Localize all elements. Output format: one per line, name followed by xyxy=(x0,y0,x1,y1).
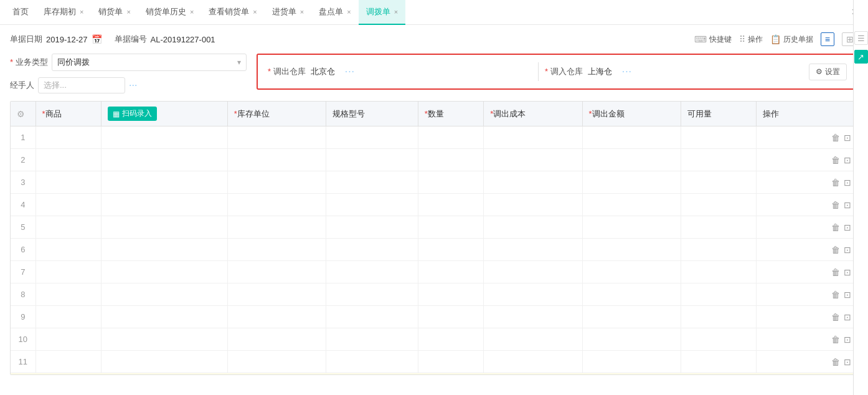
row-amount-3[interactable] xyxy=(582,171,681,194)
copy-row-5-icon[interactable]: ⊡ xyxy=(844,222,851,232)
close-tab-view-sales[interactable]: × xyxy=(253,8,257,16)
row-unit-11[interactable] xyxy=(227,351,326,373)
row-amount-6[interactable] xyxy=(582,239,681,261)
row-cost-1[interactable] xyxy=(484,126,582,149)
row-amount-7[interactable] xyxy=(582,261,681,283)
operation-button[interactable]: ⠿ 操作 xyxy=(739,34,763,45)
delete-row-1-icon[interactable]: 🗑 xyxy=(831,133,840,143)
row-unit-10[interactable] xyxy=(227,328,326,351)
row-unit-6[interactable] xyxy=(227,239,326,261)
row-goods-11[interactable] xyxy=(35,351,101,373)
row-cost-9[interactable] xyxy=(484,306,582,328)
delete-row-6-icon[interactable]: 🗑 xyxy=(831,245,840,255)
copy-row-4-icon[interactable]: ⊡ xyxy=(844,200,851,210)
row-unit-4[interactable] xyxy=(227,194,326,216)
side-export-button[interactable]: ↗ xyxy=(854,50,868,64)
row-spec-10[interactable] xyxy=(326,328,418,351)
row-unit-9[interactable] xyxy=(227,306,326,328)
row-amount-8[interactable] xyxy=(582,283,681,306)
delete-row-7-icon[interactable]: 🗑 xyxy=(831,267,840,277)
row-goods-4[interactable] xyxy=(35,194,101,216)
row-qty-6[interactable] xyxy=(418,239,484,261)
tab-inventory-check[interactable]: 盘点单 × xyxy=(311,0,358,25)
row-spec-6[interactable] xyxy=(326,239,418,261)
row-cost-10[interactable] xyxy=(484,328,582,351)
row-qty-4[interactable] xyxy=(418,194,484,216)
delete-row-5-icon[interactable]: 🗑 xyxy=(831,222,840,232)
close-tab-purchase[interactable]: × xyxy=(300,8,304,16)
row-spec-4[interactable] xyxy=(326,194,418,216)
business-type-input[interactable]: 同价调拨 ▾ xyxy=(52,54,247,71)
row-spec-7[interactable] xyxy=(326,261,418,283)
row-unit-8[interactable] xyxy=(227,283,326,306)
tab-home[interactable]: 首页 xyxy=(5,0,36,25)
close-tab-sales-order[interactable]: × xyxy=(126,8,130,16)
th-scan[interactable]: ▦ 扫码录入 xyxy=(101,102,228,126)
delete-row-8-icon[interactable]: 🗑 xyxy=(831,290,840,300)
row-qty-10[interactable] xyxy=(418,328,484,351)
close-tab-transfer[interactable]: × xyxy=(394,8,398,16)
row-goods-10[interactable] xyxy=(35,328,101,351)
delete-row-11-icon[interactable]: 🗑 xyxy=(831,357,840,367)
row-unit-2[interactable] xyxy=(227,149,326,171)
tab-purchase-order[interactable]: 进货单 × xyxy=(265,0,311,25)
tab-transfer-order[interactable]: 调拨单 × xyxy=(359,0,405,25)
delete-row-2-icon[interactable]: 🗑 xyxy=(831,155,840,165)
history-button[interactable]: 📋 历史单据 xyxy=(770,34,813,45)
row-spec-1[interactable] xyxy=(326,126,418,149)
row-cost-6[interactable] xyxy=(484,239,582,261)
tab-view-sales[interactable]: 查看销货单 × xyxy=(201,0,264,25)
row-spec-11[interactable] xyxy=(326,351,418,373)
row-goods-8[interactable] xyxy=(35,283,101,306)
scan-button[interactable]: ▦ 扫码录入 xyxy=(108,107,157,121)
row-cost-4[interactable] xyxy=(484,194,582,216)
column-settings-icon[interactable]: ⚙ xyxy=(17,109,25,119)
row-spec-8[interactable] xyxy=(326,283,418,306)
settings-button[interactable]: ⚙ 设置 xyxy=(809,64,847,80)
tab-sales-order[interactable]: 销货单 × xyxy=(91,0,138,25)
layout1-button[interactable]: ≡ xyxy=(821,32,834,46)
row-amount-1[interactable] xyxy=(582,126,681,149)
row-goods-5[interactable] xyxy=(35,216,101,239)
row-unit-3[interactable] xyxy=(227,171,326,194)
in-warehouse-value[interactable]: 上海仓 xyxy=(588,66,612,77)
row-amount-2[interactable] xyxy=(582,149,681,171)
row-qty-1[interactable] xyxy=(418,126,484,149)
shortcut-button[interactable]: ⌨ 快捷键 xyxy=(694,34,732,45)
row-unit-5[interactable] xyxy=(227,216,326,239)
doc-date-value[interactable]: 2019-12-27 xyxy=(46,35,88,44)
copy-row-6-icon[interactable]: ⊡ xyxy=(844,245,851,255)
row-cost-3[interactable] xyxy=(484,171,582,194)
row-spec-5[interactable] xyxy=(326,216,418,239)
row-cost-2[interactable] xyxy=(484,149,582,171)
copy-row-11-icon[interactable]: ⊡ xyxy=(844,357,851,367)
row-amount-4[interactable] xyxy=(582,194,681,216)
copy-row-8-icon[interactable]: ⊡ xyxy=(844,290,851,300)
copy-row-2-icon[interactable]: ⊡ xyxy=(844,155,851,165)
tab-inventory-init[interactable]: 库存期初 × xyxy=(36,0,91,25)
out-warehouse-value[interactable]: 北京仓 xyxy=(311,66,335,77)
copy-row-10-icon[interactable]: ⊡ xyxy=(844,335,851,345)
row-qty-11[interactable] xyxy=(418,351,484,373)
in-warehouse-more-button[interactable]: ··· xyxy=(622,66,632,77)
row-amount-10[interactable] xyxy=(582,328,681,351)
row-cost-11[interactable] xyxy=(484,351,582,373)
tab-sales-history[interactable]: 销货单历史 × xyxy=(138,0,201,25)
row-goods-9[interactable] xyxy=(35,306,101,328)
row-spec-9[interactable] xyxy=(326,306,418,328)
row-qty-3[interactable] xyxy=(418,171,484,194)
row-goods-7[interactable] xyxy=(35,261,101,283)
row-goods-3[interactable] xyxy=(35,171,101,194)
row-goods-6[interactable] xyxy=(35,239,101,261)
th-gear[interactable]: ⚙ xyxy=(11,102,35,126)
row-qty-8[interactable] xyxy=(418,283,484,306)
row-cost-5[interactable] xyxy=(484,216,582,239)
row-spec-3[interactable] xyxy=(326,171,418,194)
row-amount-11[interactable] xyxy=(582,351,681,373)
row-qty-9[interactable] xyxy=(418,306,484,328)
row-qty-2[interactable] xyxy=(418,149,484,171)
close-tab-inventory-init[interactable]: × xyxy=(80,8,83,16)
close-tab-inventory-check[interactable]: × xyxy=(347,8,351,16)
delete-row-4-icon[interactable]: 🗑 xyxy=(831,200,840,210)
row-cost-8[interactable] xyxy=(484,283,582,306)
